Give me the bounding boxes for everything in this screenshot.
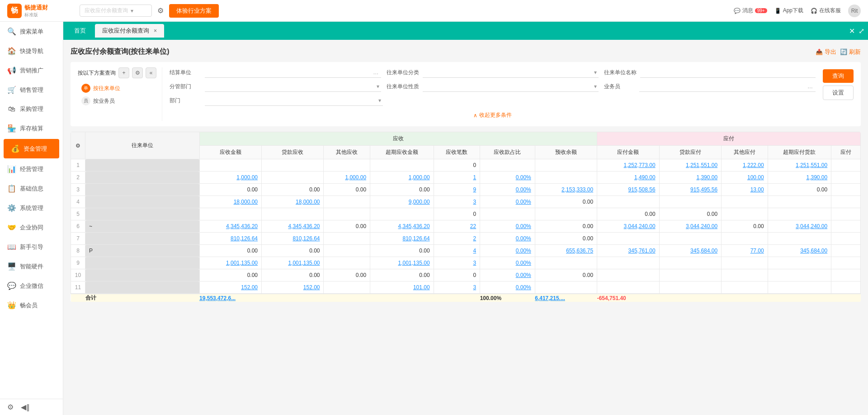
field-partner-name-input[interactable] [640, 67, 816, 78]
row-cell[interactable]: 13.00 [722, 184, 768, 196]
sidebar-item-guide[interactable]: 📖 新手引导 [0, 237, 63, 257]
row-cell[interactable]: 0.00% [480, 233, 535, 245]
row-cell[interactable]: 1,001,135.00 [262, 257, 324, 269]
settings-icon[interactable]: ⚙ [157, 6, 164, 15]
row-cell[interactable]: 1,000.00 [324, 172, 370, 184]
sidebar-item-purchase[interactable]: 🛍 采购管理 [0, 100, 63, 119]
row-cell[interactable]: 1,222.00 [722, 159, 768, 172]
row-cell[interactable]: 4,345,436.20 [199, 220, 261, 233]
add-scheme-btn[interactable]: + [118, 67, 129, 78]
scheme-by-staff[interactable]: 员 按业务员 [78, 95, 156, 107]
sidebar-item-basic[interactable]: 📋 基础信息 [0, 179, 63, 198]
refresh-button[interactable]: 🔄 刷新 [840, 48, 861, 56]
close-window-btn[interactable]: ✕ [849, 27, 855, 35]
row-cell[interactable]: 9,000.00 [370, 196, 434, 208]
row-cell[interactable]: 1 [434, 172, 480, 184]
row-cell[interactable]: 0.00% [480, 281, 535, 294]
table-wrapper[interactable]: ⚙ 往来单位 应收 应付 应收金额 贷款应收 其他应收 超期应收金额 应收笔数 … [71, 132, 861, 302]
row-cell[interactable]: 18,000.00 [199, 196, 261, 208]
row-cell[interactable]: 0.00% [480, 196, 535, 208]
row-cell[interactable]: 2,153,333.00 [535, 184, 597, 196]
row-cell[interactable]: 345,684.00 [768, 245, 831, 257]
settings-header[interactable]: ⚙ [71, 132, 85, 159]
sidebar-item-hardware[interactable]: 🖥️ 智能硬件 [0, 257, 63, 276]
row-cell[interactable]: 152.00 [199, 281, 261, 294]
sidebar-item-collab[interactable]: 🤝 企业协同 [0, 218, 63, 237]
row-cell[interactable]: 1,490.00 [597, 172, 659, 184]
sidebar-item-vip[interactable]: 👑 畅会员 [0, 296, 63, 315]
row-cell[interactable]: 915,495.56 [659, 184, 721, 196]
online-service-item[interactable]: 🎧 在线客服 [811, 7, 841, 14]
row-cell[interactable]: 2 [434, 233, 480, 245]
field-dept-input[interactable]: ▾ [205, 81, 381, 92]
tab-home[interactable]: 首页 [67, 24, 93, 38]
collapse-sidebar-icon[interactable]: ◀‖ [21, 403, 30, 411]
row-cell[interactable]: 22 [434, 220, 480, 233]
row-cell[interactable]: 1,252,773.00 [597, 159, 659, 172]
sidebar-item-marketing[interactable]: 📢 营销推广 [0, 61, 63, 80]
row-cell[interactable]: 101.00 [370, 281, 434, 294]
promo-button[interactable]: 体验行业方案 [169, 4, 219, 18]
row-cell[interactable]: 0.00% [480, 220, 535, 233]
row-cell[interactable]: 100.00 [722, 172, 768, 184]
sidebar-item-wechat[interactable]: 💬 企业微信 [0, 276, 63, 296]
row-cell[interactable]: 0.00% [480, 257, 535, 269]
row-cell[interactable]: 0.00% [480, 172, 535, 184]
gear-bottom-icon[interactable]: ⚙ [7, 403, 14, 411]
row-cell[interactable]: 3 [434, 281, 480, 294]
row-cell[interactable]: 3,044,240.00 [768, 220, 831, 233]
row-cell[interactable]: 810,126.64 [370, 233, 434, 245]
expand-window-btn[interactable]: ⤢ [859, 27, 864, 35]
row-cell[interactable]: 915,508.56 [597, 184, 659, 196]
sidebar-item-nav[interactable]: 🏠 快捷导航 [0, 41, 63, 61]
row-cell[interactable]: 0.00% [480, 245, 535, 257]
sidebar-item-system[interactable]: ⚙️ 系统管理 [0, 198, 63, 218]
sidebar-item-search[interactable]: 🔍 搜索菜单 [0, 22, 63, 41]
row-cell[interactable]: 1,000.00 [370, 172, 434, 184]
row-cell[interactable]: 3 [434, 196, 480, 208]
app-download-item[interactable]: 📱 App下载 [774, 7, 803, 14]
row-cell[interactable]: 1,251,551.00 [659, 159, 721, 172]
field-partner-category-input[interactable]: ▾ [423, 67, 598, 78]
sidebar-item-sales[interactable]: 🛒 销售管理 [0, 80, 63, 100]
row-cell[interactable]: 655,636.75 [535, 245, 597, 257]
scheme-by-partner[interactable]: 单 按往来单位 [78, 82, 156, 95]
message-item[interactable]: 💬 消息 99+ [734, 7, 767, 14]
breadcrumb-box[interactable]: 应收应付余额查询 ▾ [80, 5, 152, 17]
row-cell[interactable]: 3,044,240.00 [659, 220, 721, 233]
row-cell[interactable]: 345,684.00 [659, 245, 721, 257]
field-salesperson-input[interactable]: … [639, 81, 816, 92]
collapse-filter-btn[interactable]: « [146, 67, 156, 78]
row-cell[interactable]: 4,345,436.20 [370, 220, 434, 233]
sidebar-item-inventory[interactable]: 🏪 库存核算 [0, 119, 63, 138]
query-button[interactable]: 查询 [823, 69, 854, 83]
row-cell[interactable]: 1,251,551.00 [768, 159, 831, 172]
row-cell[interactable]: 0.00% [480, 269, 535, 281]
row-cell[interactable]: 3 [434, 257, 480, 269]
footer-advance[interactable]: 6,417,215.... [535, 294, 597, 302]
set-button[interactable]: 设置 [823, 86, 854, 100]
row-cell[interactable]: 77.00 [722, 245, 768, 257]
tab-close-icon[interactable]: × [154, 28, 157, 34]
sidebar-item-finance[interactable]: 💰 资金管理 [4, 139, 59, 158]
footer-total-receivable[interactable]: 19,553,472,6... [199, 294, 261, 302]
row-cell[interactable]: 1,001,135.00 [199, 257, 261, 269]
tab-active[interactable]: 应收应付余额查询 × [95, 24, 164, 38]
row-cell[interactable]: 3,044,240.00 [597, 220, 659, 233]
row-cell[interactable]: 1,000.00 [199, 172, 261, 184]
field-partner-type-input[interactable]: ▾ [423, 81, 598, 92]
field-settlement-input[interactable]: … [205, 67, 381, 78]
user-avatar[interactable]: Rit [848, 5, 861, 17]
field-section-dept-input[interactable]: ▾ [205, 95, 383, 106]
row-cell[interactable]: 345,761.00 [597, 245, 659, 257]
row-cell[interactable]: 1,001,135.00 [370, 257, 434, 269]
row-cell[interactable]: 1,390.00 [659, 172, 721, 184]
sidebar-item-operation[interactable]: 📊 经营管理 [0, 159, 63, 179]
row-cell[interactable]: 1,390.00 [768, 172, 831, 184]
row-cell[interactable]: 9 [434, 184, 480, 196]
row-cell[interactable]: 0.00% [480, 184, 535, 196]
scheme-setting-btn[interactable]: ⚙ [132, 67, 143, 78]
row-cell[interactable]: 810,126.64 [262, 233, 324, 245]
row-cell[interactable]: 810,126.64 [199, 233, 261, 245]
row-cell[interactable]: 4 [434, 245, 480, 257]
